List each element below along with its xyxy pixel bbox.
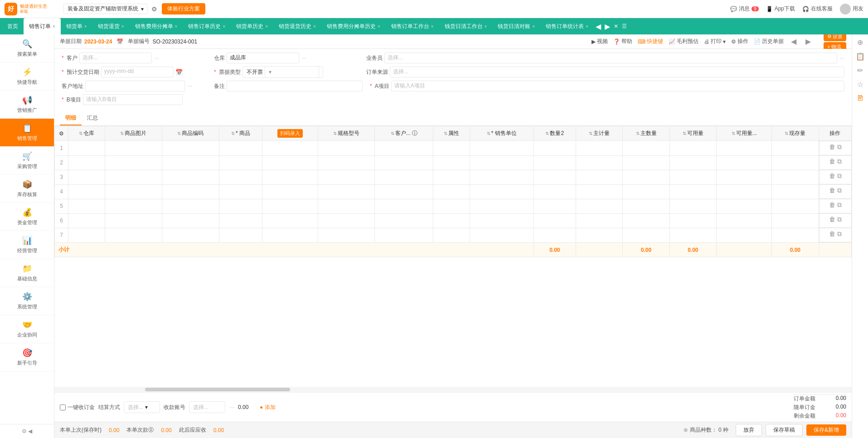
- right-icon-2[interactable]: 📋: [856, 52, 865, 61]
- tab-summary[interactable]: 汇总: [82, 111, 103, 125]
- settings-btn[interactable]: ⚙ 设置: [824, 34, 846, 41]
- th-product[interactable]: ⇅* 商品: [219, 126, 262, 141]
- delete-icon[interactable]: 🗑: [829, 172, 835, 182]
- close-icon[interactable]: ×: [84, 24, 87, 29]
- th-warehouse[interactable]: ⇅仓库: [68, 126, 105, 141]
- address-input[interactable]: [85, 81, 185, 91]
- order-source-input[interactable]: 选择...: [390, 67, 844, 77]
- tab-sales-fee[interactable]: 销售费用分摊单 ×: [130, 18, 183, 34]
- staff-input[interactable]: 选择...: [384, 53, 837, 63]
- close-icon[interactable]: ×: [431, 24, 434, 29]
- delivery-input[interactable]: yyyy-mm-dd: [101, 67, 174, 77]
- th-scan[interactable]: 扫码录入: [262, 126, 318, 141]
- tab-sales-history2[interactable]: 销货单历史 ×: [231, 18, 273, 34]
- note-input[interactable]: [227, 81, 363, 91]
- address-dots[interactable]: ···: [188, 83, 192, 89]
- delivery-calendar-icon[interactable]: 📅: [175, 69, 183, 76]
- th-unit[interactable]: ⇅* 销售单位: [470, 126, 533, 141]
- delete-icon[interactable]: 🗑: [829, 158, 835, 168]
- close-icon[interactable]: ×: [175, 24, 178, 29]
- copy-icon[interactable]: ⧉: [837, 187, 842, 197]
- customer-input[interactable]: 选择...: [79, 53, 152, 63]
- nav-next-arrow[interactable]: ▶: [603, 22, 612, 31]
- copy-icon[interactable]: ⧉: [837, 143, 842, 153]
- copy-icon[interactable]: ⧉: [837, 158, 842, 168]
- a-project-input[interactable]: 请输入A项目: [391, 81, 844, 91]
- sidebar-item-basic[interactable]: 📁 基础信息: [0, 259, 54, 287]
- tab-fee-history[interactable]: 销售费用分摊单历史 ×: [321, 18, 386, 34]
- copy-icon[interactable]: ⧉: [837, 172, 842, 182]
- right-icon-1[interactable]: ⊕: [857, 38, 863, 47]
- add-link[interactable]: ● 添加: [260, 404, 276, 411]
- staff-dots[interactable]: ···: [840, 55, 844, 61]
- payment-checkbox-label[interactable]: 一键收订金: [60, 404, 95, 411]
- warehouse-dots[interactable]: ···: [302, 55, 306, 61]
- th-available2[interactable]: ⇅可用量...: [717, 126, 772, 141]
- sidebar-item-finance[interactable]: 💰 资金管理: [0, 203, 54, 231]
- close-icon[interactable]: ×: [378, 24, 380, 29]
- invoice-select[interactable]: 不开票 ▾: [242, 66, 323, 78]
- message-btn[interactable]: 💬 消息 9: [730, 5, 759, 13]
- tab-reconcile[interactable]: 钱货日清对账 ×: [492, 18, 540, 34]
- print-btn[interactable]: 🖨打印▾: [704, 38, 726, 45]
- sidebar-item-guide[interactable]: 🎯 新手引导: [0, 343, 54, 371]
- delete-icon[interactable]: 🗑: [829, 187, 835, 197]
- close-icon[interactable]: ×: [121, 24, 124, 29]
- close-icon[interactable]: ×: [53, 24, 55, 29]
- tab-stats[interactable]: 销售订单统计表 ×: [540, 18, 594, 34]
- account-dots[interactable]: ···: [230, 404, 234, 410]
- tab-cashflow[interactable]: 钱货日清工作台 ×: [439, 18, 493, 34]
- copy-icon[interactable]: ⧉: [837, 230, 842, 240]
- right-icon-4[interactable]: ☆: [857, 80, 863, 89]
- nav-close-all-btn[interactable]: ✕: [612, 23, 620, 29]
- th-code[interactable]: ⇅商品编码: [162, 126, 219, 141]
- th-qty2[interactable]: ⇅数量2: [533, 126, 576, 141]
- sidebar-item-collab[interactable]: 🤝 企业协同: [0, 315, 54, 343]
- profit-btn[interactable]: 📈毛利预估: [669, 38, 698, 45]
- tab-sales[interactable]: 销货单 ×: [61, 18, 92, 34]
- online-service-btn[interactable]: 🎧 在线客服: [802, 5, 833, 13]
- th-spec[interactable]: ⇅规格型号: [318, 126, 375, 141]
- close-icon[interactable]: ×: [485, 24, 487, 29]
- close-icon[interactable]: ×: [223, 24, 225, 29]
- sidebar-item-inventory[interactable]: 📦 库存核算: [0, 175, 54, 203]
- nav-menu-icon[interactable]: ☰: [620, 23, 629, 29]
- user-avatar[interactable]: 用友: [840, 4, 863, 14]
- settings-icon[interactable]: ⚙: [151, 5, 157, 13]
- view-btn[interactable]: ▶视频: [592, 38, 608, 45]
- sidebar-item-sales[interactable]: 📋 销售管理: [0, 119, 54, 147]
- history-btn[interactable]: 📄历史单据: [754, 38, 784, 45]
- sidebar-item-purchase[interactable]: 🛒 采购管理: [0, 147, 54, 175]
- tab-home[interactable]: 首页: [2, 18, 24, 34]
- copy-icon[interactable]: ⧉: [837, 216, 842, 226]
- copy-icon[interactable]: ⧉: [837, 201, 842, 211]
- b-project-input[interactable]: 请输入B项目: [83, 94, 183, 105]
- right-icon-3[interactable]: ✏: [857, 66, 863, 75]
- sidebar-item-search[interactable]: 🔍 搜索菜单: [0, 34, 54, 63]
- right-icon-5[interactable]: 🖹: [857, 94, 864, 102]
- payment-checkbox[interactable]: [60, 404, 66, 410]
- save-new-btn[interactable]: 保存&新增: [806, 424, 846, 436]
- shortcut-btn[interactable]: ⌨快捷键: [638, 38, 663, 45]
- th-main-unit[interactable]: ⇅主计量: [576, 126, 623, 141]
- nav-prev-arrow[interactable]: ◀: [594, 22, 603, 31]
- settlement-select[interactable]: 选择... ▾: [124, 401, 160, 413]
- delete-icon[interactable]: 🗑: [829, 230, 835, 240]
- delete-icon[interactable]: 🗑: [829, 201, 835, 211]
- th-stock[interactable]: ⇅现存量: [772, 126, 819, 141]
- delete-icon[interactable]: 🗑: [829, 216, 835, 226]
- calendar-icon[interactable]: 📅: [116, 39, 123, 45]
- operations-btn[interactable]: ⚙操作: [731, 38, 748, 45]
- sidebar-collapse-btn[interactable]: ⚙ ◀: [0, 424, 54, 438]
- save-draft-btn[interactable]: 保存草稿: [766, 424, 803, 436]
- th-available[interactable]: ⇅可用量: [669, 126, 716, 141]
- toolbar-prev[interactable]: ◀: [789, 37, 798, 46]
- help-btn[interactable]: ❓帮助: [613, 38, 632, 45]
- discard-btn[interactable]: 放弃: [736, 424, 762, 436]
- tab-detail[interactable]: 明细: [60, 111, 82, 125]
- industry-btn[interactable]: 体验行业方案: [162, 3, 205, 14]
- tab-sales-history[interactable]: 销售订单历史 ×: [183, 18, 231, 34]
- th-attr[interactable]: ⇅属性: [433, 126, 470, 141]
- toolbar-next[interactable]: ▶: [804, 37, 813, 46]
- system-select[interactable]: 装备及固定资产辅助管理系统 ▾: [63, 4, 148, 14]
